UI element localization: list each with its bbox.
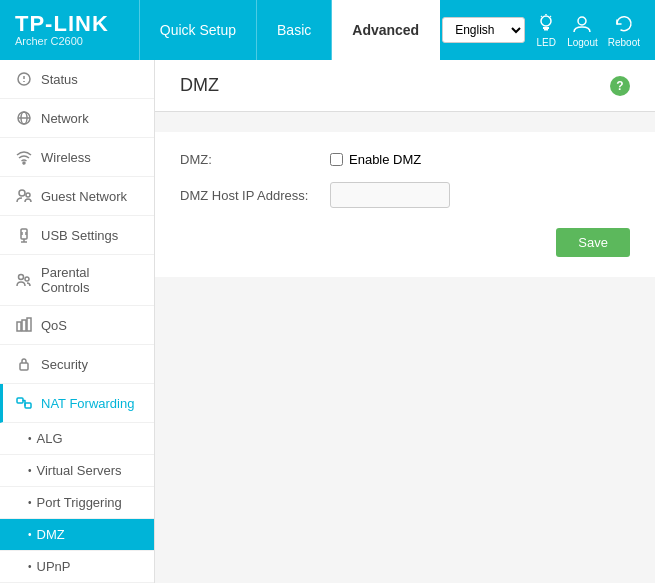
tab-quick-setup[interactable]: Quick Setup [139,0,257,60]
svg-rect-1 [543,27,549,29]
dmz-field-label: DMZ: [180,152,330,167]
svg-rect-24 [22,320,26,331]
sidebar-item-guest-network[interactable]: Guest Network [0,177,154,216]
sidebar-label-guest-network: Guest Network [41,189,127,204]
status-icon [15,70,33,88]
logo-area: TP-LINK Archer C2600 [15,13,109,47]
logout-button[interactable]: Logout [567,13,598,48]
wireless-icon [15,148,33,166]
header-right: English Chinese LED [442,13,640,48]
svg-point-14 [19,190,25,196]
sidebar-item-qos[interactable]: QoS [0,306,154,345]
enable-dmz-checkbox-label[interactable]: Enable DMZ [330,152,421,167]
sidebar-label-alg: ALG [37,431,63,446]
dmz-enable-row: DMZ: Enable DMZ [180,152,630,167]
logo-model: Archer C2600 [15,35,109,47]
sidebar-item-nat-forwarding[interactable]: NAT Forwarding [0,384,154,423]
tab-advanced[interactable]: Advanced [332,0,440,60]
language-select[interactable]: English Chinese [442,17,525,43]
svg-point-21 [19,275,24,280]
guest-network-icon [15,187,33,205]
host-ip-row: DMZ Host IP Address: [180,182,630,208]
enable-dmz-label: Enable DMZ [349,152,421,167]
tab-basic[interactable]: Basic [257,0,332,60]
svg-rect-25 [27,318,31,331]
svg-rect-23 [17,322,21,331]
sidebar-label-port-triggering: Port Triggering [37,495,122,510]
host-ip-input[interactable] [330,182,450,208]
nat-forwarding-icon [15,394,33,412]
enable-dmz-checkbox[interactable] [330,153,343,166]
sidebar: Status Network Wireless [0,60,155,583]
page-title-area: DMZ ? [155,60,655,112]
page-title: DMZ [180,75,219,96]
content-area: DMZ ? DMZ: Enable DMZ DMZ Host IP Addres… [155,60,655,583]
save-area: Save [180,228,630,257]
security-icon [15,355,33,373]
sidebar-item-usb-settings[interactable]: USB Settings [0,216,154,255]
svg-point-15 [26,193,30,197]
bullet-port-triggering: • [28,497,32,508]
logo-brand: TP-LINK [15,13,109,35]
sidebar-item-status[interactable]: Status [0,60,154,99]
bullet-alg: • [28,433,32,444]
sidebar-subitem-virtual-servers[interactable]: • Virtual Servers [0,455,154,487]
reboot-icon [613,13,635,35]
help-icon[interactable]: ? [610,76,630,96]
sidebar-label-virtual-servers: Virtual Servers [37,463,122,478]
sidebar-subitem-upnp[interactable]: • UPnP [0,551,154,583]
logout-icon [571,13,593,35]
sidebar-label-dmz: DMZ [37,527,65,542]
sidebar-subitem-alg[interactable]: • ALG [0,423,154,455]
svg-line-4 [550,16,551,17]
reboot-button[interactable]: Reboot [608,13,640,48]
reboot-label: Reboot [608,37,640,48]
sidebar-item-security[interactable]: Security [0,345,154,384]
led-button[interactable]: LED [535,13,557,48]
sidebar-label-parental-controls: Parental Controls [41,265,139,295]
host-ip-label: DMZ Host IP Address: [180,188,330,203]
led-label: LED [536,37,555,48]
svg-point-0 [541,16,551,26]
usb-settings-icon [15,226,33,244]
sidebar-subitem-port-triggering[interactable]: • Port Triggering [0,487,154,519]
svg-rect-27 [17,398,23,403]
dmz-enable-control: Enable DMZ [330,152,421,167]
logout-label: Logout [567,37,598,48]
svg-point-13 [23,162,25,164]
parental-controls-icon [15,271,33,289]
host-ip-control [330,182,450,208]
sidebar-item-parental-controls[interactable]: Parental Controls [0,255,154,306]
sidebar-label-usb-settings: USB Settings [41,228,118,243]
main-layout: Status Network Wireless [0,60,655,583]
svg-rect-2 [544,29,548,31]
nav-tabs: Quick Setup Basic Advanced [139,0,442,60]
svg-rect-28 [25,403,31,408]
sidebar-label-nat-forwarding: NAT Forwarding [41,396,134,411]
sidebar-label-wireless: Wireless [41,150,91,165]
sidebar-label-qos: QoS [41,318,67,333]
led-icon [535,13,557,35]
save-button[interactable]: Save [556,228,630,257]
bullet-dmz: • [28,529,32,540]
sidebar-label-network: Network [41,111,89,126]
qos-icon [15,316,33,334]
svg-point-22 [25,277,29,281]
bullet-virtual-servers: • [28,465,32,476]
svg-point-6 [578,17,586,25]
sidebar-label-upnp: UPnP [37,559,71,574]
network-icon [15,109,33,127]
sidebar-label-status: Status [41,72,78,87]
svg-line-5 [541,16,542,17]
svg-rect-26 [20,363,28,370]
bullet-upnp: • [28,561,32,572]
sidebar-item-network[interactable]: Network [0,99,154,138]
sidebar-subitem-dmz[interactable]: • DMZ [0,519,154,551]
header: TP-LINK Archer C2600 Quick Setup Basic A… [0,0,655,60]
sidebar-item-wireless[interactable]: Wireless [0,138,154,177]
sidebar-label-security: Security [41,357,88,372]
form-area: DMZ: Enable DMZ DMZ Host IP Address: Sav… [155,132,655,277]
